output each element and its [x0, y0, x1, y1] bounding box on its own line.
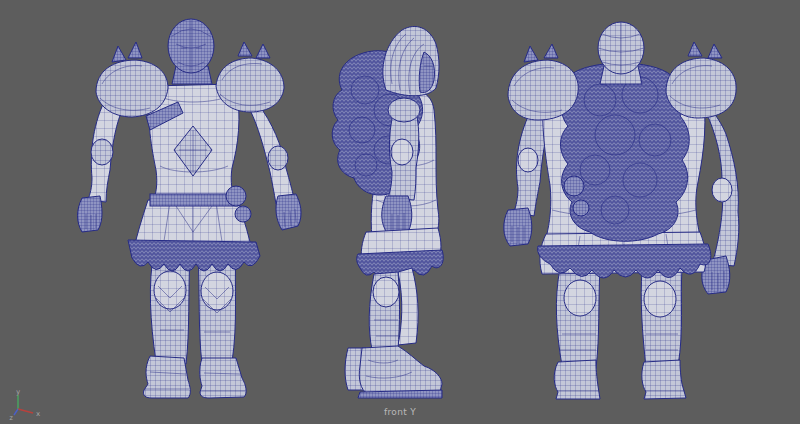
viewport-camera-label: front Y: [0, 407, 800, 417]
scene-canvas[interactable]: [0, 0, 800, 424]
character-back-view[interactable]: [504, 22, 739, 399]
maya-viewport-panel[interactable]: y x z front Y: [0, 0, 800, 424]
y-axis-label: y: [16, 388, 20, 396]
character-front-view[interactable]: [78, 19, 302, 398]
character-side-view[interactable]: [332, 26, 443, 398]
